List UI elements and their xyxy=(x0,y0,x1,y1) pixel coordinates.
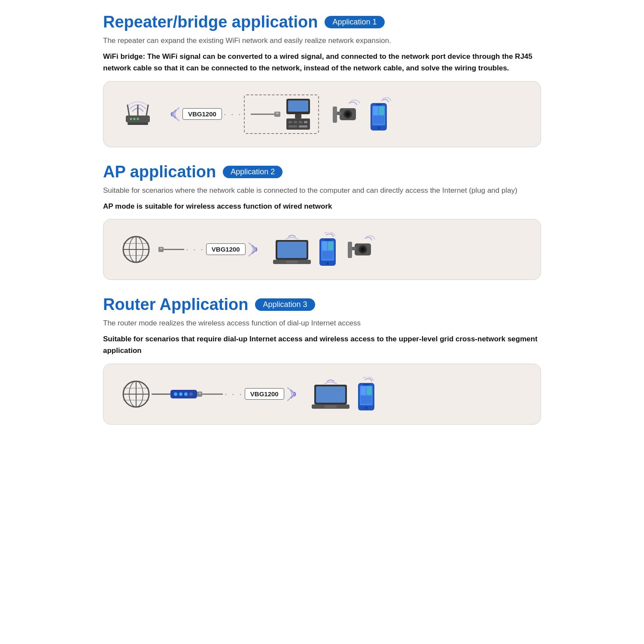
router-diagram-row: · · · VBG1200 xyxy=(121,377,523,411)
svg-rect-30 xyxy=(376,104,382,106)
dashed-cable-box xyxy=(244,94,319,134)
svg-rect-14 xyxy=(286,118,310,130)
repeater-title-row: Repeater/bridge application Application … xyxy=(103,13,541,31)
camera-icon-ap xyxy=(347,235,376,264)
svg-point-69 xyxy=(179,392,182,396)
svg-rect-41 xyxy=(160,248,162,249)
router-badge: Application 3 xyxy=(255,298,315,311)
svg-rect-32 xyxy=(379,106,384,115)
repeater-diagram-row: VBG1200 · · · xyxy=(121,94,523,134)
svg-rect-18 xyxy=(304,121,307,123)
ap-desc-normal: Suitable for scenarios where the network… xyxy=(103,185,541,196)
vbg-box-router: VBG1200 xyxy=(245,388,284,400)
svg-rect-82 xyxy=(363,384,369,386)
svg-rect-46 xyxy=(286,261,298,263)
router-diagram: · · · VBG1200 xyxy=(103,364,541,425)
router-section: Router Application Application 3 The rou… xyxy=(103,295,541,425)
camera-icon xyxy=(331,99,362,130)
repeater-diagram: VBG1200 · · · xyxy=(103,81,541,147)
svg-rect-85 xyxy=(361,396,372,404)
svg-rect-7 xyxy=(128,122,148,125)
svg-rect-13 xyxy=(295,114,301,118)
globe-icon-router xyxy=(121,379,152,410)
laptop-icon-router xyxy=(312,379,349,410)
ap-desc-bold: AP mode is suitable for wireless access … xyxy=(103,200,541,212)
svg-rect-16 xyxy=(294,121,297,123)
repeater-title: Repeater/bridge application xyxy=(103,13,318,31)
svg-point-68 xyxy=(174,392,177,396)
vbg-box-ap: VBG1200 xyxy=(206,243,246,255)
ap-section: AP application Application 2 Suitable fo… xyxy=(103,163,541,280)
rj45-cable-ap xyxy=(158,243,184,255)
router-desc-bold: Suitable for scenarios that require dial… xyxy=(103,333,541,356)
repeater-desc-bold: WiFi bridge: The WiFi signal can be conv… xyxy=(103,51,541,74)
repeater-desc-normal: The repeater can expand the existing WiF… xyxy=(103,35,541,46)
svg-point-6 xyxy=(137,118,139,120)
svg-rect-17 xyxy=(299,121,302,123)
repeater-badge: Application 1 xyxy=(325,16,384,28)
wifi-signal-router-right xyxy=(284,383,300,405)
svg-rect-31 xyxy=(373,106,378,115)
svg-rect-52 xyxy=(328,242,333,250)
svg-rect-15 xyxy=(289,121,292,123)
svg-point-49 xyxy=(326,262,329,264)
svg-rect-83 xyxy=(361,386,366,395)
ap-diagram: · · · VBG1200 xyxy=(103,219,541,280)
svg-rect-20 xyxy=(299,125,307,128)
svg-rect-76 xyxy=(316,386,345,403)
svg-point-81 xyxy=(365,407,368,409)
smartphone-icon-router xyxy=(356,377,379,411)
svg-rect-50 xyxy=(325,239,331,241)
rj45-cable-router xyxy=(197,388,223,400)
svg-rect-84 xyxy=(367,386,372,395)
ap-badge: Application 2 xyxy=(223,166,283,178)
repeater-section: Repeater/bridge application Application … xyxy=(103,13,541,147)
router-icon xyxy=(121,99,155,129)
svg-rect-73 xyxy=(199,392,201,394)
svg-rect-44 xyxy=(277,242,307,258)
svg-line-1 xyxy=(128,105,129,115)
svg-point-4 xyxy=(130,118,132,120)
svg-point-57 xyxy=(361,248,365,251)
vbg-box-repeater: VBG1200 xyxy=(182,108,222,120)
wifi-signal-ap-right xyxy=(246,239,261,260)
dots-connector-1: · · · xyxy=(224,109,242,119)
ap-diagram-row: · · · VBG1200 xyxy=(121,232,523,267)
svg-point-5 xyxy=(134,118,136,120)
smartphone-icon-ap xyxy=(318,232,340,267)
router-title: Router Application xyxy=(103,295,248,314)
router-desc-normal: The router mode realizes the wireless ac… xyxy=(103,317,541,329)
laptop-icon-ap xyxy=(273,234,311,265)
dots-connector-ap: · · · xyxy=(186,244,204,254)
svg-point-24 xyxy=(346,112,349,116)
smartphone-icon-repeater xyxy=(369,97,391,131)
svg-line-3 xyxy=(146,105,148,115)
svg-point-29 xyxy=(377,127,380,129)
svg-rect-51 xyxy=(322,242,327,250)
wifi-signal-left xyxy=(167,103,182,125)
svg-rect-12 xyxy=(288,100,308,112)
line-to-modem xyxy=(152,390,170,398)
router-title-row: Router Application Application 3 xyxy=(103,295,541,314)
ap-title: AP application xyxy=(103,163,216,181)
svg-rect-33 xyxy=(373,116,384,124)
svg-point-70 xyxy=(184,392,188,396)
svg-rect-53 xyxy=(322,251,333,259)
ap-title-row: AP application Application 2 xyxy=(103,163,541,181)
dots-connector-router: · · · xyxy=(225,389,243,399)
svg-rect-19 xyxy=(289,125,297,128)
svg-rect-26 xyxy=(333,106,337,123)
globe-icon-ap xyxy=(121,234,152,265)
svg-rect-78 xyxy=(325,405,337,408)
svg-point-71 xyxy=(189,392,193,396)
modem-device-icon xyxy=(170,386,197,402)
svg-rect-59 xyxy=(348,242,352,258)
svg-rect-10 xyxy=(276,112,279,114)
